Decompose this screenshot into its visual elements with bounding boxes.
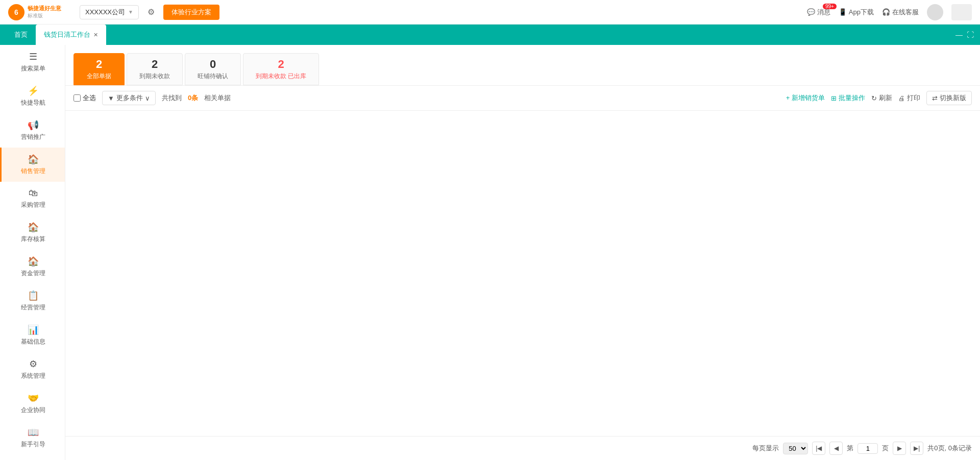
found-suffix: 相关单据 [204,93,231,103]
sub-tabs-row: 2 全部单据 2 到期未收款 0 旺铺待确认 2 到期未收款 已出库 [74,53,972,85]
system-icon: ⚙ [29,358,37,370]
refresh-icon: ↻ [871,94,877,102]
sub-tabs: 2 全部单据 2 到期未收款 0 旺铺待确认 2 到期未收款 已出库 [65,45,980,86]
filter-label: 更多条件 [116,93,143,103]
new-sales-order-label: + 新增销货单 [786,93,825,103]
batch-label: 批量操作 [839,93,865,103]
batch-operation-button[interactable]: ⊞ 批量操作 [831,93,865,103]
sub-tab-overdue-count: 2 [152,58,158,71]
message-button[interactable]: 💬 消息 99+ [807,8,830,17]
select-all-checkbox-area: 全选 [74,93,96,103]
sidebar-item-operations[interactable]: 📋 经营管理 [0,284,65,318]
header-right: 💬 消息 99+ 📱 App下载 🎧 在线客服 [807,4,972,20]
user-menu[interactable] [951,4,972,20]
sidebar-item-basic-info[interactable]: 📊 基础信息 [0,318,65,352]
message-icon: 💬 [807,8,815,16]
tab-cashflow[interactable]: 钱货日清工作台 ✕ [36,25,106,45]
sub-tab-overdue-label: 到期未收款 [139,72,170,81]
page-number-input[interactable] [857,443,878,454]
inventory-icon: 🏠 [28,222,39,233]
content-area: 2 全部单据 2 到期未收款 0 旺铺待确认 2 到期未收款 已出库 [65,45,980,460]
page-size-select[interactable]: 50 [783,443,808,454]
sidebar-item-label: 库存核算 [21,235,45,244]
toolbar-right: + 新增销货单 ⊞ 批量操作 ↻ 刷新 🖨 打印 ⇄ 切换新版 [786,91,972,105]
search-menu-icon: ☰ [29,51,37,62]
sidebar-item-label: 快捷导航 [21,99,45,107]
sidebar-item-sales[interactable]: 🏠 销售管理 [0,148,65,182]
try-industry-button[interactable]: 体验行业方案 [163,5,219,20]
sub-tab-overdue-uncollected[interactable]: 2 到期未收款 [127,53,183,85]
tab-expand-icon[interactable]: ⛶ [967,31,974,39]
sub-tab-unshipped-label: 到期未收款 已出库 [256,72,306,81]
filter-chevron-icon: ∨ [145,94,150,102]
sales-icon: 🏠 [28,154,39,165]
app-label: App下载 [849,8,874,17]
sub-tab-wangpu[interactable]: 0 旺铺待确认 [185,53,241,85]
tab-minimize-icon[interactable]: — [955,31,963,39]
sidebar-item-app-center[interactable]: 📦 应用中心 [0,455,65,460]
switch-version-button[interactable]: ⇄ 切换新版 [926,91,972,105]
page-size-prefix: 每页显示 [752,444,779,453]
found-text: 共找到 [162,93,182,103]
refresh-button[interactable]: ↻ 刷新 [871,93,892,103]
sub-tab-all-label: 全部单据 [87,72,111,81]
sub-tab-all-count: 2 [96,58,102,71]
sub-tab-unshipped-count: 2 [278,58,284,71]
first-page-button[interactable]: |◀ [812,442,825,455]
company-selector[interactable]: XXXXXX公司 ▼ [80,5,139,19]
logo-sub: 标准版 [28,12,61,19]
print-label: 打印 [907,93,920,103]
sidebar-item-enterprise[interactable]: 🤝 企业协同 [0,386,65,421]
tab-home-label: 首页 [14,30,28,39]
sub-tab-wangpu-label: 旺铺待确认 [198,72,228,81]
basic-info-icon: 📊 [28,324,39,335]
pagination: 每页显示 50 |◀ ◀ 第 页 ▶ ▶| 共0页, 0条记录 [65,436,980,460]
sidebar-item-finance[interactable]: 🏠 资金管理 [0,250,65,284]
sub-tab-all[interactable]: 2 全部单据 [74,53,125,85]
logo-area: 6 畅捷通好生意 标准版 [8,4,74,20]
sidebar-item-label: 新手引导 [21,440,45,449]
print-button[interactable]: 🖨 打印 [898,93,920,103]
main-layout: ☰ 搜索菜单 ⚡ 快捷导航 📢 营销推广 🏠 销售管理 🛍 采购管理 🏠 库存核… [0,45,980,460]
finance-icon: 🏠 [28,256,39,267]
sidebar-item-guide[interactable]: 📖 新手引导 [0,421,65,455]
avatar[interactable] [927,4,943,20]
tab-close-icon[interactable]: ✕ [93,32,98,38]
sidebar-item-label: 企业协同 [21,406,45,415]
prev-page-button[interactable]: ◀ [829,442,843,455]
sidebar-item-inventory[interactable]: 🏠 库存核算 [0,215,65,250]
app-icon: 📱 [839,8,847,16]
sidebar-item-label: 营销推广 [21,133,45,141]
sidebar-item-search[interactable]: ☰ 搜索菜单 [0,45,65,79]
sub-tab-overdue-unshipped[interactable]: 2 到期未收款 已出库 [243,53,319,85]
sidebar-item-system[interactable]: ⚙ 系统管理 [0,352,65,386]
operations-icon: 📋 [28,290,39,301]
sub-tab-wangpu-count: 0 [210,58,216,71]
sidebar-item-purchase[interactable]: 🛍 采购管理 [0,182,65,215]
select-all-checkbox[interactable] [74,94,81,102]
tab-cashflow-label: 钱货日清工作台 [44,30,90,39]
sidebar-item-label: 搜索菜单 [21,64,45,73]
quick-nav-icon: ⚡ [28,85,39,96]
new-sales-order-button[interactable]: + 新增销货单 [786,93,825,103]
sidebar-item-quick-nav[interactable]: ⚡ 快捷导航 [0,79,65,113]
total-info: 共0页, 0条记录 [927,444,972,453]
table-area [65,111,980,436]
last-page-button[interactable]: ▶| [910,442,923,455]
logo-text: 畅捷通好生意 [28,5,61,12]
app-download-button[interactable]: 📱 App下载 [839,8,874,17]
settings-button[interactable]: ⚙ [143,4,159,20]
filter-icon: ▼ [108,94,114,102]
tab-home[interactable]: 首页 [6,25,36,45]
page-suffix: 页 [882,444,889,453]
sidebar: ☰ 搜索菜单 ⚡ 快捷导航 📢 营销推广 🏠 销售管理 🛍 采购管理 🏠 库存核… [0,45,65,460]
sidebar-item-marketing[interactable]: 📢 营销推广 [0,113,65,148]
more-filter-button[interactable]: ▼ 更多条件 ∨ [102,91,156,105]
found-count: 0条 [188,93,198,103]
refresh-label: 刷新 [879,93,892,103]
next-page-button[interactable]: ▶ [893,442,906,455]
toolbar: 全选 ▼ 更多条件 ∨ 共找到 0条 相关单据 + 新增销货单 ⊞ 批量操作 ↻ [65,86,980,111]
purchase-icon: 🛍 [29,188,38,199]
logo-icon: 6 [8,4,24,20]
online-service-button[interactable]: 🎧 在线客服 [882,8,919,17]
